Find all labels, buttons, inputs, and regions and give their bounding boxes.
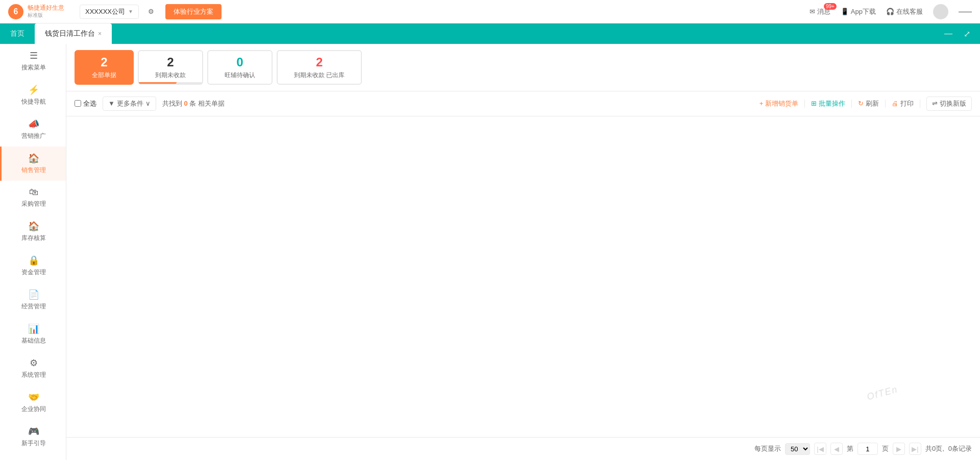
message-icon: ✉ bbox=[810, 8, 815, 15]
sidebar-label-enterprise: 企业协同 bbox=[21, 405, 46, 414]
batch-icon: ⊞ bbox=[811, 100, 817, 107]
sidebar-item-app-center[interactable]: 📦 应用中心 bbox=[0, 454, 66, 460]
page-input[interactable] bbox=[857, 443, 878, 455]
sidebar-item-sales[interactable]: 🏠 销售管理 bbox=[0, 147, 66, 181]
logo-area: 6 畅捷通好生意 标准版 bbox=[8, 4, 75, 19]
new-sale-button[interactable]: + 新增销货单 bbox=[760, 99, 798, 108]
print-icon: 🖨 bbox=[892, 100, 898, 107]
sidebar-label-search: 搜索菜单 bbox=[21, 63, 46, 72]
filter-button[interactable]: ▼ 更多条件 ∨ bbox=[103, 96, 156, 111]
card-pending-num: 0 bbox=[236, 55, 243, 70]
found-count: 0 bbox=[184, 100, 188, 107]
logo-icon: 6 bbox=[8, 4, 23, 19]
company-selector[interactable]: XXXXXX公司 ▼ bbox=[80, 5, 139, 19]
logo-text: 畅捷通好生意 bbox=[28, 4, 64, 12]
sidebar-item-purchase[interactable]: 🛍 采购管理 bbox=[0, 181, 66, 214]
operations-icon: 📄 bbox=[28, 289, 39, 300]
maximize-icon: ⤢ bbox=[964, 29, 970, 39]
lightning-icon: ⚡ bbox=[28, 84, 39, 95]
tab-home[interactable]: 首页 bbox=[0, 23, 35, 44]
sidebar-label-finance: 资金管理 bbox=[21, 268, 46, 277]
sidebar-label-system: 系统管理 bbox=[21, 371, 46, 379]
experience-button[interactable]: 体验行业方案 bbox=[165, 4, 222, 19]
sidebar: ☰ 搜索菜单 ⚡ 快捷导航 📣 营销推广 🏠 销售管理 🛍 采购管理 🏠 库存核… bbox=[0, 44, 66, 460]
nav-minimize-button[interactable]: — bbox=[941, 27, 955, 41]
switch-icon: ⇌ bbox=[932, 100, 938, 107]
total-pages: 共0页, bbox=[925, 444, 944, 453]
batch-label: 批量操作 bbox=[819, 99, 845, 108]
marketing-icon: 📣 bbox=[28, 118, 39, 130]
page-suffix: 页 bbox=[882, 444, 889, 453]
messages-badge: 99+ bbox=[824, 3, 837, 10]
next-page-button[interactable]: ▶ bbox=[893, 443, 905, 455]
table-empty bbox=[66, 116, 980, 321]
tab-home-label: 首页 bbox=[10, 29, 24, 38]
finance-icon: 🔒 bbox=[28, 255, 39, 266]
card-pending[interactable]: 0 旺辅待确认 bbox=[207, 50, 273, 85]
top-header: 6 畅捷通好生意 标准版 XXXXXX公司 ▼ ⚙ 体验行业方案 ✉ 消息 99… bbox=[0, 0, 980, 23]
sidebar-label-inventory: 库存核算 bbox=[21, 234, 46, 243]
settings-button[interactable]: ⚙ bbox=[143, 4, 159, 20]
messages-button[interactable]: ✉ 消息 99+ bbox=[810, 7, 830, 16]
select-all-checkbox[interactable]: 全选 bbox=[75, 99, 96, 108]
app-download-button[interactable]: 📱 App下载 bbox=[841, 7, 876, 16]
sidebar-item-quick-nav[interactable]: ⚡ 快捷导航 bbox=[0, 78, 66, 112]
card-all-num: 2 bbox=[101, 55, 107, 70]
sidebar-item-search-menu[interactable]: ☰ 搜索菜单 bbox=[0, 44, 66, 78]
nav-maximize-button[interactable]: ⤢ bbox=[960, 27, 974, 41]
sidebar-item-finance[interactable]: 🔒 资金管理 bbox=[0, 249, 66, 283]
main-layout: ☰ 搜索菜单 ⚡ 快捷导航 📣 营销推广 🏠 销售管理 🛍 采购管理 🏠 库存核… bbox=[0, 44, 980, 460]
tab-close-icon[interactable]: × bbox=[98, 30, 102, 37]
sidebar-label-purchase: 采购管理 bbox=[21, 200, 46, 208]
sidebar-item-marketing[interactable]: 📣 营销推广 bbox=[0, 112, 66, 147]
page-label: 第 bbox=[847, 444, 853, 453]
sidebar-label-sales: 销售管理 bbox=[21, 166, 46, 175]
inventory-icon: 🏠 bbox=[28, 221, 39, 232]
switch-label: 切换新版 bbox=[940, 99, 966, 108]
refresh-button[interactable]: ↻ 刷新 bbox=[858, 99, 879, 108]
card-overdue-out-label: 到期未收款 已出库 bbox=[294, 71, 345, 80]
sidebar-item-system[interactable]: ⚙ 系统管理 bbox=[0, 351, 66, 385]
sidebar-label-guide: 新手引导 bbox=[21, 439, 46, 448]
divider-1 bbox=[804, 100, 805, 108]
header-right: ✉ 消息 99+ 📱 App下载 🎧 在线客服 —— bbox=[810, 4, 972, 19]
pagination-bar: 每页显示 50 |◀ ◀ 第 页 ▶ ▶| 共0页, 0条记录 bbox=[66, 437, 980, 460]
sidebar-item-inventory[interactable]: 🏠 库存核算 bbox=[0, 214, 66, 249]
sidebar-label-operations: 经营管理 bbox=[21, 302, 46, 311]
app-download-icon: 📱 bbox=[841, 8, 849, 15]
nav-tab-actions: — ⤢ bbox=[941, 27, 980, 41]
card-all[interactable]: 2 全部单据 bbox=[75, 50, 134, 85]
table-area bbox=[66, 116, 980, 437]
sidebar-item-operations[interactable]: 📄 经营管理 bbox=[0, 283, 66, 317]
enterprise-icon: 🤝 bbox=[28, 392, 39, 403]
sales-icon: 🏠 bbox=[28, 153, 39, 164]
card-overdue-label: 到期未收款 bbox=[155, 71, 186, 80]
sidebar-label-quicknav: 快捷导航 bbox=[21, 98, 46, 106]
batch-ops-button[interactable]: ⊞ 批量操作 bbox=[811, 99, 845, 108]
checkbox-input[interactable] bbox=[75, 100, 81, 107]
divider-2 bbox=[851, 100, 852, 108]
sidebar-item-guide[interactable]: 🎮 新手引导 bbox=[0, 420, 66, 454]
purchase-icon: 🛍 bbox=[29, 187, 38, 198]
tab-cash-flow-label: 钱货日清工作台 bbox=[45, 29, 95, 38]
tab-cash-flow[interactable]: 钱货日清工作台 × bbox=[35, 23, 112, 44]
sidebar-item-basic-info[interactable]: 📊 基础信息 bbox=[0, 317, 66, 351]
card-overdue-out[interactable]: 2 到期未收款 已出库 bbox=[277, 50, 362, 85]
per-page-select[interactable]: 50 bbox=[785, 443, 810, 455]
settings-icon: ⚙ bbox=[148, 8, 154, 15]
last-page-button[interactable]: ▶| bbox=[909, 443, 921, 455]
online-service-button[interactable]: 🎧 在线客服 bbox=[886, 7, 923, 16]
avatar[interactable] bbox=[933, 4, 948, 19]
card-overdue[interactable]: 2 到期未收款 bbox=[138, 50, 203, 85]
progress-bar-container bbox=[139, 82, 202, 84]
switch-version-button[interactable]: ⇌ 切换新版 bbox=[926, 96, 972, 111]
sidebar-label-basic: 基础信息 bbox=[21, 336, 46, 345]
card-overdue-num: 2 bbox=[167, 55, 174, 70]
toolbar: 全选 ▼ 更多条件 ∨ 共找到 0 条 相关单据 + 新增销货单 ⊞ 批量操作 bbox=[66, 91, 980, 116]
print-button[interactable]: 🖨 打印 bbox=[892, 99, 914, 108]
sidebar-item-enterprise[interactable]: 🤝 企业协同 bbox=[0, 385, 66, 420]
first-page-button[interactable]: |◀ bbox=[814, 443, 826, 455]
refresh-label: 刷新 bbox=[866, 99, 879, 108]
prev-page-button[interactable]: ◀ bbox=[830, 443, 843, 455]
select-all-label: 全选 bbox=[83, 99, 96, 108]
